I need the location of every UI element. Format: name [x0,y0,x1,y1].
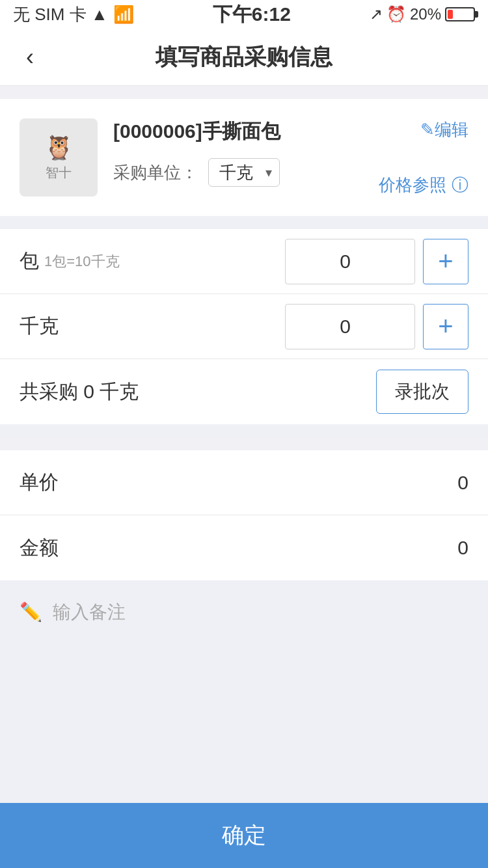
no-sim-text: 无 SIM 卡 ▲ [13,3,108,26]
battery-percent: 20% [410,5,441,23]
unit-label: 采购单位： [113,161,198,184]
bao-label: 包 [20,248,39,275]
status-right: ↗ ⏰ 20% [370,5,475,23]
summary-row: 共采购 0 千克 录批次 [0,359,488,424]
product-name: [0000006]手撕面包 [113,118,468,145]
edit-button[interactable]: ✎编辑 [420,118,468,141]
pencil-icon: ✏️ [20,601,42,623]
status-left: 无 SIM 卡 ▲ 📶 [13,3,134,26]
unit-select-wrapper[interactable]: 千克 包 [208,158,280,187]
input-section: 包 1包=10千克 + 千克 + [0,229,488,359]
bao-input-control: + [285,239,468,284]
kg-quantity-input[interactable] [285,304,415,349]
location-icon: ↗ [370,5,383,23]
battery-icon [445,7,475,21]
batch-button[interactable]: 录批次 [376,370,468,414]
back-button[interactable]: ‹ [20,37,40,77]
divider-1 [0,216,488,229]
unit-select[interactable]: 千克 包 [208,158,280,187]
summary-amount: 0 [83,381,94,402]
alarm-icon: ⏰ [386,5,406,23]
notes-placeholder: 输入备注 [53,600,126,625]
unit-price-value: 0 [457,472,468,494]
kg-input-row: 千克 + [0,294,488,359]
price-ref-help-icon: ⓘ [452,174,468,197]
pricing-section: 单价 0 金额 0 [0,450,488,580]
price-ref-label: 价格参照 [379,174,446,197]
unit-price-row: 单价 0 [0,450,488,515]
owl-icon: 🦉 [44,134,74,161]
amount-row: 金额 0 [0,515,488,580]
nav-bar: ‹ 填写商品采购信息 [0,29,488,86]
amount-value: 0 [457,537,468,559]
summary-unit: 千克 [100,381,139,402]
divider-2 [0,424,488,437]
bao-input-row: 包 1包=10千克 + [0,229,488,294]
kg-input-control: + [285,304,468,349]
status-time: 下午6:12 [213,1,291,28]
battery-fill [448,10,453,19]
amount-label: 金额 [20,535,457,562]
kg-label: 千克 [20,313,59,340]
bao-sublabel: 1包=10千克 [44,252,120,271]
notes-section[interactable]: ✏️ 输入备注 [0,580,488,685]
product-card: 🦉 智十 [0000006]手撕面包 采购单位： 千克 包 ✎编辑 价格参照 ⓘ [0,99,488,216]
product-image: 🦉 智十 [20,118,98,197]
bao-plus-button[interactable]: + [423,239,468,284]
owl-text: 智十 [46,164,72,182]
summary-label: 共采购 0 千克 [20,379,139,405]
unit-price-label: 单价 [20,469,457,496]
bao-quantity-input[interactable] [285,239,415,284]
price-ref-button[interactable]: 价格参照 ⓘ [379,174,468,197]
page-title: 填写商品采购信息 [156,42,332,72]
wifi-icon: 📶 [113,5,134,25]
confirm-button[interactable]: 确定 [0,803,488,868]
kg-plus-button[interactable]: + [423,304,468,349]
status-bar: 无 SIM 卡 ▲ 📶 下午6:12 ↗ ⏰ 20% [0,0,488,29]
